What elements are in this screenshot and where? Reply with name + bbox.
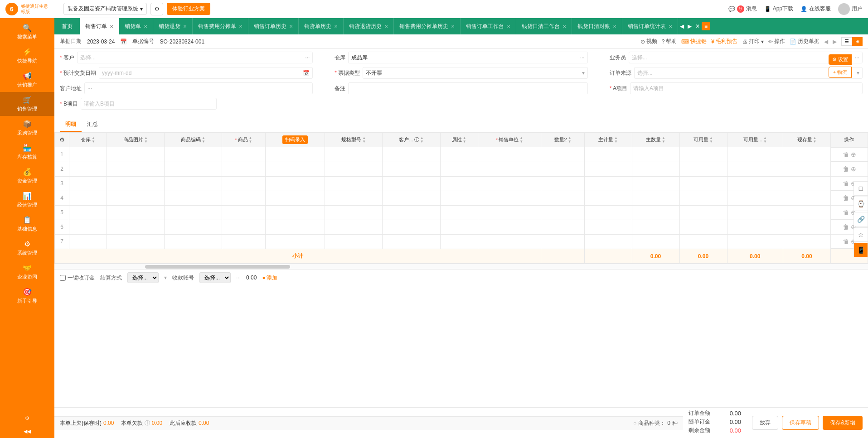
b-project-input[interactable]: 请输入B项目 bbox=[81, 98, 217, 110]
cell-product[interactable] bbox=[222, 220, 265, 234]
cell-stock[interactable] bbox=[783, 176, 831, 191]
cell-main-qty[interactable] bbox=[632, 162, 679, 176]
tab-close-icon[interactable]: ✕ bbox=[507, 24, 510, 29]
tab-close-icon[interactable]: ✕ bbox=[384, 24, 388, 29]
cell-product-code[interactable] bbox=[164, 220, 222, 234]
cell-customer-code[interactable] bbox=[383, 162, 441, 176]
sort-icon[interactable]: ▲▼ bbox=[144, 136, 148, 144]
cell-available[interactable] bbox=[679, 205, 727, 220]
cell-available[interactable] bbox=[679, 191, 727, 205]
cell-product[interactable] bbox=[222, 162, 265, 176]
tab-nav-menu[interactable]: ≡ bbox=[702, 22, 710, 30]
sort-icon[interactable]: ▲▼ bbox=[420, 136, 424, 144]
customer-dots[interactable]: ··· bbox=[305, 54, 310, 61]
tab-close-icon[interactable]: ✕ bbox=[239, 24, 242, 29]
cell-attribute[interactable] bbox=[440, 147, 478, 162]
nav-prev-icon[interactable]: ◀ bbox=[824, 39, 828, 45]
customer-input[interactable]: 选择... ··· bbox=[77, 52, 313, 63]
receipt-dots[interactable]: ··· bbox=[236, 274, 241, 281]
cell-product-code[interactable] bbox=[164, 162, 222, 176]
add-btn[interactable]: ● 添加 bbox=[262, 274, 277, 282]
cell-qty2[interactable] bbox=[541, 220, 584, 234]
cell-product-code[interactable] bbox=[164, 191, 222, 205]
cell-product-code[interactable] bbox=[164, 176, 222, 191]
horizontal-scrollbar[interactable] bbox=[54, 264, 868, 269]
row-delete-icon[interactable]: 🗑 bbox=[843, 180, 849, 187]
cell-product[interactable] bbox=[222, 147, 265, 162]
sidebar-item-sales[interactable]: 🛒 销售管理 bbox=[0, 92, 54, 116]
row-delete-icon[interactable]: 🗑 bbox=[843, 194, 849, 202]
tab-sales-stats[interactable]: 销售订单统计表 ✕ bbox=[622, 18, 678, 34]
sidebar-item-guide[interactable]: 🎯 新手引导 bbox=[0, 284, 54, 308]
cell-spec[interactable] bbox=[325, 234, 383, 249]
sidebar-item-purchase[interactable]: 📦 采购管理 bbox=[0, 116, 54, 140]
tab-close-icon[interactable]: ✕ bbox=[110, 24, 113, 29]
operation-btn[interactable]: ✏ 操作 bbox=[768, 38, 785, 45]
cell-sales-unit[interactable] bbox=[478, 205, 541, 220]
history-btn[interactable]: 📄 历史单据 bbox=[790, 38, 820, 45]
tab-refund-history[interactable]: 销货退货历史 ✕ bbox=[344, 18, 394, 34]
cell-main-qty[interactable] bbox=[632, 147, 679, 162]
view-btn[interactable]: ⊙ 视频 bbox=[640, 38, 657, 45]
cell-customer-code[interactable] bbox=[383, 191, 441, 205]
cell-scan[interactable] bbox=[265, 191, 325, 205]
cell-product[interactable] bbox=[222, 191, 265, 205]
save-new-button[interactable]: 保存&新增 bbox=[823, 416, 863, 430]
sort-icon[interactable]: ▲▼ bbox=[813, 136, 817, 144]
cell-attribute[interactable] bbox=[440, 220, 478, 234]
tab-sales-refund[interactable]: 销货退货 ✕ bbox=[153, 18, 193, 34]
cell-main-qty[interactable] bbox=[632, 205, 679, 220]
row-delete-icon[interactable]: 🗑 bbox=[843, 165, 849, 173]
tab-cash-reconcile[interactable]: 钱货日清对账 ✕ bbox=[572, 18, 622, 34]
right-tool-1[interactable]: □ bbox=[853, 181, 868, 196]
cell-scan[interactable] bbox=[265, 147, 325, 162]
row-delete-icon[interactable]: 🗑 bbox=[843, 151, 849, 158]
cell-available[interactable] bbox=[679, 147, 727, 162]
right-tool-4[interactable]: ☆ bbox=[853, 227, 868, 242]
salesperson-dots[interactable]: ··· bbox=[855, 54, 859, 61]
cell-stock[interactable] bbox=[783, 147, 831, 162]
cell-product-img[interactable] bbox=[107, 162, 164, 176]
cell-warehouse[interactable] bbox=[69, 162, 107, 176]
grid-view-btn[interactable]: ⊞ bbox=[852, 37, 863, 46]
cell-main-qty[interactable] bbox=[632, 234, 679, 249]
detail-tab-mingxi[interactable]: 明细 bbox=[60, 118, 82, 132]
cell-warehouse[interactable] bbox=[69, 205, 107, 220]
tab-close-icon[interactable]: ✕ bbox=[183, 24, 187, 29]
tab-nav-close[interactable]: ✕ bbox=[693, 23, 702, 29]
save-draft-button[interactable]: 保存草稿 bbox=[782, 416, 819, 430]
cell-warehouse[interactable] bbox=[69, 176, 107, 191]
detail-tab-summary[interactable]: 汇总 bbox=[82, 118, 103, 132]
app-download-btn[interactable]: 📱 App下载 bbox=[764, 5, 793, 13]
cell-attribute[interactable] bbox=[440, 162, 478, 176]
row-delete-icon[interactable]: 🗑 bbox=[843, 209, 849, 216]
cell-product-img[interactable] bbox=[107, 176, 164, 191]
sort-icon[interactable]: ▲▼ bbox=[763, 136, 767, 144]
system-selector[interactable]: 装备及固定资产辅助管理系统 ▾ bbox=[63, 3, 147, 15]
settings-gear-icon[interactable]: ⚙ bbox=[150, 3, 163, 15]
cell-customer-code[interactable] bbox=[383, 234, 441, 249]
cell-sales-unit[interactable] bbox=[478, 162, 541, 176]
discard-button[interactable]: 放弃 bbox=[752, 416, 778, 430]
cell-sales-unit[interactable] bbox=[478, 191, 541, 205]
cell-main-qty[interactable] bbox=[632, 191, 679, 205]
cell-sales-unit[interactable] bbox=[478, 220, 541, 234]
cell-available[interactable] bbox=[679, 234, 727, 249]
tab-close-icon[interactable]: ✕ bbox=[289, 24, 293, 29]
cell-product-code[interactable] bbox=[164, 234, 222, 249]
scan-button[interactable]: 扫码录入 bbox=[282, 135, 308, 144]
calendar-icon[interactable]: 📅 bbox=[120, 39, 127, 45]
one-click-checkout-checkbox[interactable] bbox=[60, 275, 66, 281]
cell-main-unit[interactable] bbox=[584, 234, 632, 249]
salesperson-input[interactable]: 选择... ··· bbox=[629, 52, 863, 63]
cell-attribute[interactable] bbox=[440, 234, 478, 249]
cell-spec[interactable] bbox=[325, 162, 383, 176]
cell-main-unit[interactable] bbox=[584, 147, 632, 162]
cell-available[interactable] bbox=[679, 162, 727, 176]
tab-close-icon[interactable]: ✕ bbox=[451, 24, 455, 29]
tab-sales-return[interactable]: 销货单 ✕ bbox=[119, 18, 153, 34]
cell-stock[interactable] bbox=[783, 205, 831, 220]
sidebar-item-basic[interactable]: 📋 基础信息 bbox=[0, 212, 54, 236]
cell-available2[interactable] bbox=[727, 147, 783, 162]
cell-product-code[interactable] bbox=[164, 147, 222, 162]
